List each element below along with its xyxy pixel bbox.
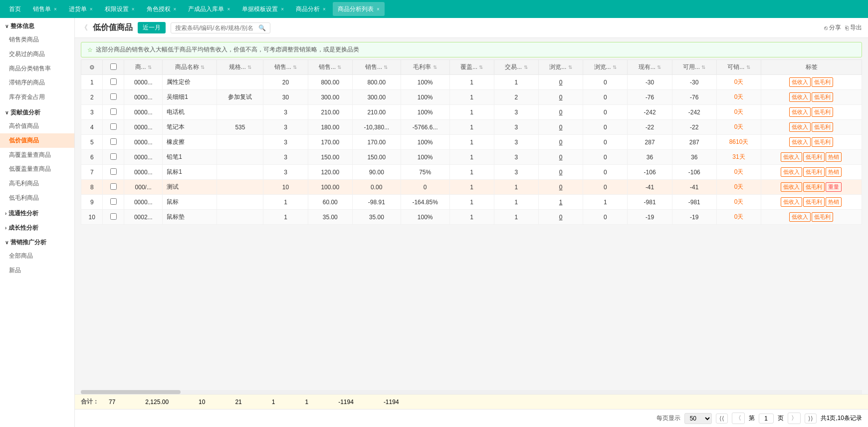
cell-checkbox[interactable]: [103, 90, 124, 105]
col-sales-cost[interactable]: 销售... ⇅: [352, 60, 401, 75]
row-checkbox[interactable]: [110, 123, 117, 130]
nav-close-icon[interactable]: ×: [227, 6, 230, 12]
cell-checkbox[interactable]: [103, 135, 124, 150]
sidebar-item-low-coverage[interactable]: 低覆盖量查商品: [0, 162, 74, 176]
cell-checkbox[interactable]: [103, 150, 124, 165]
col-trade[interactable]: 交易... ⇅: [494, 60, 538, 75]
nav-close-icon[interactable]: ×: [323, 6, 326, 12]
nav-close-icon[interactable]: ×: [90, 6, 93, 12]
table-container[interactable]: ⚙ 商... ⇅ 商品名称 ⇅ 规格... ⇅ 销售... ⇅ 销售... ⇅ …: [75, 59, 868, 390]
row-checkbox[interactable]: [110, 153, 117, 160]
nav-product-stock[interactable]: 产成品入库单 ×: [183, 2, 235, 16]
view1-link[interactable]: 0: [559, 154, 563, 161]
first-page-btn[interactable]: ⟨⟨: [716, 414, 728, 424]
view1-link[interactable]: 1: [559, 199, 563, 206]
cell-checkbox[interactable]: [103, 120, 124, 135]
cell-view1[interactable]: 0: [539, 210, 583, 225]
nav-role-auth[interactable]: 角色授权 ×: [142, 2, 182, 16]
cell-checkbox[interactable]: [103, 180, 124, 195]
nav-close-icon[interactable]: ×: [377, 6, 380, 12]
cell-view1[interactable]: 0: [539, 120, 583, 135]
prev-page-btn[interactable]: 〈: [732, 413, 745, 424]
cell-checkbox[interactable]: [103, 210, 124, 225]
sidebar-item-high-value[interactable]: 高价值商品: [0, 119, 74, 133]
sidebar-group-growth[interactable]: › 成长性分析: [0, 220, 74, 234]
cell-view1[interactable]: 0: [539, 165, 583, 180]
search-input[interactable]: [175, 24, 256, 31]
row-checkbox[interactable]: [110, 108, 117, 115]
sidebar-item-traded-goods[interactable]: 交易过的商品: [0, 47, 74, 61]
view1-link[interactable]: 0: [559, 214, 563, 221]
sidebar-item-new-goods[interactable]: 新品: [0, 263, 74, 278]
nav-close-icon[interactable]: ×: [174, 6, 177, 12]
sidebar-item-slow-goods[interactable]: 滞销序的商品: [0, 75, 74, 90]
cell-view1[interactable]: 1: [539, 195, 583, 210]
sidebar-item-stock-fund[interactable]: 库存资金占用: [0, 90, 74, 104]
page-number-input[interactable]: [759, 414, 774, 424]
row-checkbox[interactable]: [110, 78, 117, 85]
sidebar-item-sales-goods[interactable]: 销售类商品: [0, 32, 74, 47]
cell-checkbox[interactable]: [103, 165, 124, 180]
view1-link[interactable]: 0: [559, 109, 563, 116]
last-page-btn[interactable]: ⟩⟩: [805, 414, 817, 424]
nav-permission[interactable]: 权限设置 ×: [100, 2, 140, 16]
col-spec[interactable]: 规格... ⇅: [217, 60, 263, 75]
view1-link[interactable]: 0: [559, 184, 563, 191]
row-checkbox[interactable]: [110, 213, 117, 220]
nav-product-analysis[interactable]: 商品分析 ×: [291, 2, 331, 16]
nav-close-icon[interactable]: ×: [132, 6, 135, 12]
sidebar-item-all-goods[interactable]: 全部商品: [0, 249, 74, 263]
cell-checkbox[interactable]: [103, 105, 124, 120]
select-all-checkbox[interactable]: [110, 63, 117, 70]
sidebar-group-circulation[interactable]: › 流通性分析: [0, 205, 74, 220]
view1-link[interactable]: 0: [559, 139, 563, 146]
view1-link[interactable]: 0: [559, 124, 563, 131]
cell-view1[interactable]: 0: [539, 180, 583, 195]
cell-view1[interactable]: 0: [539, 75, 583, 90]
sidebar-group-marketing[interactable]: ∨ 营销推广分析: [0, 234, 74, 249]
row-checkbox[interactable]: [110, 138, 117, 145]
export-btn[interactable]: ⎗ 导出: [845, 23, 862, 32]
col-view1[interactable]: 浏览... ⇅: [539, 60, 583, 75]
sidebar-item-low-value[interactable]: 低价值商品: [0, 133, 74, 148]
nav-close-icon[interactable]: ×: [281, 6, 284, 12]
col-checkbox[interactable]: [103, 60, 124, 75]
cell-view1[interactable]: 0: [539, 135, 583, 150]
cell-view1[interactable]: 0: [539, 105, 583, 120]
col-name[interactable]: 商品名称 ⇅: [163, 60, 217, 75]
search-icon[interactable]: 🔍: [258, 24, 266, 31]
col-available[interactable]: 可用... ⇅: [672, 60, 716, 75]
col-saleable[interactable]: 可销... ⇅: [716, 60, 761, 75]
nav-sales-order[interactable]: 销售单 ×: [28, 2, 62, 16]
row-checkbox[interactable]: [110, 168, 117, 175]
view1-link[interactable]: 0: [559, 169, 563, 176]
col-current[interactable]: 现有... ⇅: [628, 60, 672, 75]
col-view2[interactable]: 浏览... ⇅: [583, 60, 628, 75]
row-checkbox[interactable]: [110, 198, 117, 205]
sidebar-item-low-margin[interactable]: 低毛利商品: [0, 191, 74, 205]
filter-recent-month-btn[interactable]: 近一月: [138, 22, 166, 33]
sidebar-item-high-coverage[interactable]: 高覆盖量查商品: [0, 148, 74, 162]
row-checkbox[interactable]: [110, 93, 117, 100]
sidebar-item-category-rate[interactable]: 商品分类销售率: [0, 61, 74, 76]
cell-checkbox[interactable]: [103, 195, 124, 210]
cell-view1[interactable]: 0: [539, 150, 583, 165]
col-tags[interactable]: 标签: [761, 60, 862, 75]
cell-view1[interactable]: 0: [539, 90, 583, 105]
nav-close-icon[interactable]: ×: [54, 6, 57, 12]
nav-template-settings[interactable]: 单据模板设置 ×: [237, 2, 289, 16]
horizontal-scrollbar[interactable]: [81, 390, 862, 394]
col-settings[interactable]: ⚙: [81, 60, 103, 75]
nav-purchase-order[interactable]: 进货单 ×: [64, 2, 98, 16]
sidebar-group-overall[interactable]: ∨ 整体信息: [0, 18, 74, 32]
share-btn[interactable]: ⎋ 分享: [824, 23, 841, 32]
row-checkbox[interactable]: [110, 183, 117, 190]
col-margin[interactable]: 毛利率 ⇅: [401, 60, 449, 75]
sidebar-group-contribution[interactable]: ∨ 贡献值分析: [0, 104, 74, 119]
next-page-btn[interactable]: 〉: [788, 413, 801, 424]
view1-link[interactable]: 0: [559, 94, 563, 101]
cell-checkbox[interactable]: [103, 75, 124, 90]
nav-home[interactable]: 首页: [4, 2, 26, 16]
col-sales-amt[interactable]: 销售... ⇅: [308, 60, 352, 75]
col-coverage[interactable]: 覆盖... ⇅: [449, 60, 494, 75]
